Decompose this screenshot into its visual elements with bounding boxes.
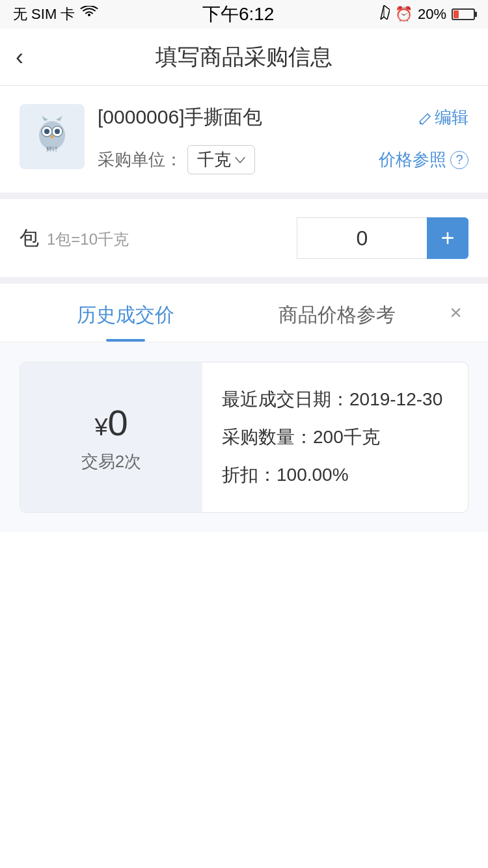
recent-date-label: 最近成交日期： (222, 389, 349, 409)
status-right: ⏰ 20% (378, 5, 475, 23)
location-icon (378, 5, 390, 23)
price-content: ¥0 交易2次 最近成交日期：2019-12-30 采购数量：200千克 折扣：… (0, 342, 488, 532)
product-info: [0000006]手撕面包 编辑 采购单位： 千克 (98, 104, 468, 174)
price-card: ¥0 交易2次 最近成交日期：2019-12-30 采购数量：200千克 折扣：… (20, 362, 468, 513)
price-value: 0 (107, 402, 128, 443)
alarm-icon: ⏰ (395, 6, 413, 23)
qty-control: 0 + (297, 217, 468, 259)
svg-marker-6 (42, 116, 48, 121)
svg-text:鲜计: 鲜计 (46, 146, 58, 152)
help-icon: ? (450, 151, 468, 169)
discount-row: 折扣：100.00% (222, 461, 448, 489)
purchase-qty-row: 采购数量：200千克 (222, 424, 448, 451)
purchase-qty-label: 采购数量： (222, 427, 313, 447)
qty-sub-label: 1包=10千克 (47, 229, 129, 250)
main-background (0, 532, 488, 868)
product-header: [0000006]手撕面包 编辑 (98, 104, 468, 131)
unit-label: 采购单位： (98, 148, 182, 171)
product-name: [0000006]手撕面包 (98, 104, 262, 131)
wifi-icon (80, 6, 98, 23)
back-button[interactable]: ‹ (16, 44, 23, 71)
price-summary: ¥0 交易2次 (20, 362, 202, 512)
quantity-row: 包 1包=10千克 0 + (0, 199, 488, 277)
price-details: 最近成交日期：2019-12-30 采购数量：200千克 折扣：100.00% (202, 362, 468, 512)
quantity-input[interactable]: 0 (297, 217, 427, 259)
tab-history-price[interactable]: 历史成交价 (20, 284, 232, 342)
battery-icon (452, 8, 475, 20)
carrier-text: 无 SIM 卡 (13, 5, 75, 24)
battery-percent: 20% (418, 6, 446, 23)
product-image: 鲜计 (20, 104, 85, 169)
tab-price-reference[interactable]: 商品价格参考 (232, 284, 444, 342)
currency-symbol: ¥ (94, 414, 107, 441)
tabs-container: 历史成交价 商品价格参考 × (0, 284, 488, 342)
discount-label: 折扣： (222, 465, 277, 485)
svg-marker-7 (56, 116, 62, 121)
nav-bar: ‹ 填写商品采购信息 (0, 29, 488, 86)
status-left: 无 SIM 卡 (13, 5, 98, 24)
svg-point-3 (44, 129, 49, 134)
trade-count: 交易2次 (81, 450, 141, 473)
time-display: 下午6:12 (202, 2, 275, 27)
edit-button[interactable]: 编辑 (418, 106, 468, 129)
product-card: 鲜计 [0000006]手撕面包 编辑 采购单位： 千克 (0, 86, 488, 193)
divider-1 (0, 193, 488, 199)
qty-plus-button[interactable]: + (427, 217, 468, 259)
status-bar: 无 SIM 卡 下午6:12 ⏰ 20% (0, 0, 488, 29)
qty-label-group: 包 1包=10千克 (20, 225, 129, 252)
recent-date-value: 2019-12-30 (349, 389, 442, 409)
recent-date-row: 最近成交日期：2019-12-30 (222, 386, 448, 413)
discount-value: 100.00% (277, 465, 349, 485)
unit-row: 采购单位： 千克 价格参照 ? (98, 145, 468, 174)
price-display: ¥0 (94, 401, 128, 444)
purchase-qty-value: 200千克 (313, 427, 380, 447)
qty-unit-label: 包 (20, 225, 39, 252)
svg-point-4 (55, 129, 60, 134)
price-reference-button[interactable]: 价格参照 ? (379, 148, 468, 171)
product-logo-icon: 鲜计 (33, 115, 72, 159)
page-title: 填写商品采购信息 (156, 42, 332, 72)
close-button[interactable]: × (443, 294, 468, 331)
unit-selector[interactable]: 千克 (187, 145, 255, 174)
